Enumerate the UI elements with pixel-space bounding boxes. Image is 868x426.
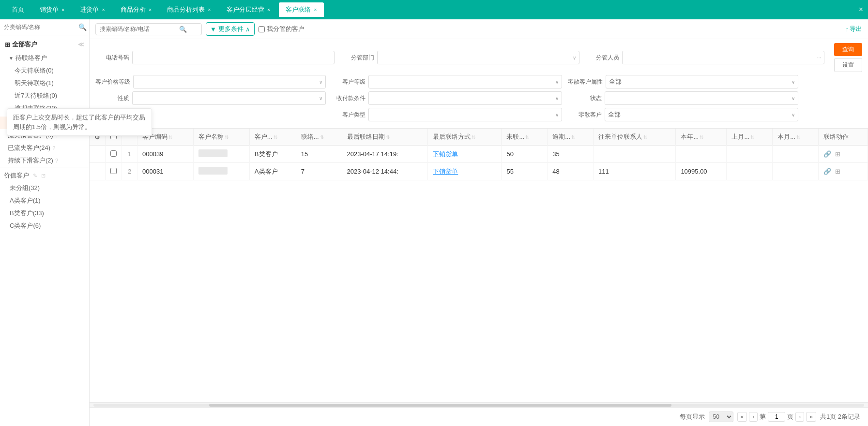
- sidebar-item-declining[interactable]: 持续下滑客户(2) ?: [0, 154, 89, 167]
- close-product-list-tab[interactable]: ×: [208, 7, 211, 13]
- sidebar-tree: ⊞ 全部客户 ≪ ▼ 待联络客户 今天待联络(0) 明天待联络(1) 近7天待联…: [0, 35, 89, 426]
- row1-link-icon[interactable]: 🔗: [823, 150, 831, 158]
- row2-method-link[interactable]: 下销货单: [433, 168, 458, 175]
- row2-grid-icon[interactable]: ⊞: [835, 168, 840, 175]
- sort-this-year-icon[interactable]: ⇅: [700, 134, 703, 140]
- page-unit: 页: [787, 412, 793, 421]
- sidebar-item-today[interactable]: 今天待联络(0): [5, 64, 89, 77]
- sort-contact-icon[interactable]: ⇅: [320, 134, 324, 140]
- value-customers-title[interactable]: 价值客户 ✎ ⊡: [0, 169, 89, 182]
- tab-purchase[interactable]: 进货单 ×: [73, 2, 111, 17]
- search-input[interactable]: [100, 26, 177, 32]
- filter-phone: 电话号码: [95, 51, 335, 64]
- pending-contact-title[interactable]: ▼ 待联络客户: [5, 52, 89, 64]
- sidebar-item-7days[interactable]: 近7天待联络(0): [5, 89, 89, 102]
- last-page-btn[interactable]: »: [806, 412, 816, 422]
- row2-check: [106, 163, 122, 180]
- settings-icon[interactable]: ⊡: [41, 173, 46, 179]
- filter-customer-grade: 客户等级 ∨: [332, 75, 562, 88]
- tab-product-analysis[interactable]: 商品分析 ×: [114, 2, 158, 17]
- per-page-select[interactable]: 50 100 200: [709, 411, 733, 422]
- collapse-icon[interactable]: ≪: [78, 41, 84, 48]
- phone-input[interactable]: [132, 51, 335, 64]
- search-icon[interactable]: 🔍: [179, 26, 187, 33]
- customer-type-select[interactable]: ∨: [368, 108, 562, 121]
- sort-last-month-icon[interactable]: ⇅: [750, 134, 754, 140]
- more-filter-btn[interactable]: ▼ 更多条件 ∧: [206, 22, 255, 36]
- row1-grid-icon[interactable]: ⊞: [835, 150, 840, 158]
- col-last-contact-date: 最后联络日期 ⇅: [342, 129, 428, 146]
- sidebar-item-class-c[interactable]: C类客户(6): [0, 220, 89, 232]
- row2-uncontacted: 55: [502, 163, 548, 180]
- retail-customer-select[interactable]: 全部 ∨: [605, 108, 798, 121]
- scroll-thumb[interactable]: [209, 404, 671, 407]
- close-sales-tab[interactable]: ×: [61, 7, 64, 13]
- tab-customer-contact[interactable]: 客户联络 ×: [279, 2, 323, 17]
- sort-historical-icon[interactable]: ⇅: [643, 134, 647, 140]
- sort-customer-name-icon[interactable]: ⇅: [225, 134, 228, 140]
- close-product-analysis-tab[interactable]: ×: [149, 7, 152, 13]
- edit-icon[interactable]: ✎: [33, 173, 37, 179]
- next-page-btn[interactable]: ›: [795, 412, 804, 422]
- tab-sales[interactable]: 销货单 ×: [33, 2, 71, 17]
- sidebar-item-class-a[interactable]: A类客户(1): [0, 194, 89, 207]
- sort-overdue-icon[interactable]: ⇅: [571, 134, 575, 140]
- sidebar-item-tomorrow[interactable]: 明天待联络(1): [5, 77, 89, 89]
- table-row: 2 000031 A类客户 7 2023-04-12 14:44: 下销货单 5…: [90, 163, 868, 180]
- filter-icon: ▼: [210, 26, 216, 33]
- sidebar-item-class-b[interactable]: B类客户(33): [0, 207, 89, 220]
- horizontal-scrollbar[interactable]: [90, 402, 868, 407]
- help-icon-declining[interactable]: ?: [55, 158, 58, 163]
- customer-grade-select[interactable]: ∨: [368, 75, 562, 88]
- export-btn[interactable]: ↑ 导出: [846, 25, 863, 33]
- sort-date-icon[interactable]: ⇅: [386, 134, 390, 140]
- tab-product-analysis-list[interactable]: 商品分析列表 ×: [160, 2, 217, 17]
- dept-select[interactable]: ∨: [377, 51, 579, 64]
- person-select[interactable]: ···: [622, 51, 824, 64]
- gender-select[interactable]: ∨: [132, 91, 326, 105]
- filter-row-4: ... 客户类型 ∨ 零散客户 全部 ∨: [95, 108, 862, 121]
- person-dots-icon: ···: [817, 55, 821, 60]
- row1-check: [106, 146, 122, 163]
- sidebar-search-input[interactable]: [4, 24, 76, 30]
- sidebar-item-lost[interactable]: 已流失客户(24) ?: [0, 142, 89, 154]
- query-button[interactable]: 查询: [834, 43, 862, 56]
- row2-link-icon[interactable]: 🔗: [823, 168, 831, 175]
- sidebar-search-icon[interactable]: 🔍: [78, 23, 87, 31]
- close-all-btn[interactable]: ×: [859, 5, 863, 14]
- row2-contact: 7: [296, 163, 342, 180]
- sidebar-item-unclassified[interactable]: 未分组(32): [0, 182, 89, 194]
- row1-checkbox[interactable]: [110, 150, 117, 157]
- row1-name: [193, 146, 249, 163]
- set-button[interactable]: 设置: [834, 58, 862, 72]
- tab-customer-tier[interactable]: 客户分层经营 ×: [220, 2, 277, 17]
- tab-home[interactable]: 首页: [5, 2, 31, 17]
- row2-checkbox[interactable]: [110, 168, 117, 174]
- close-customer-tier-tab[interactable]: ×: [267, 7, 270, 13]
- price-grade-select[interactable]: ∨: [133, 75, 326, 88]
- sort-customer-type-icon[interactable]: ⇅: [274, 134, 277, 140]
- sort-uncontacted-icon[interactable]: ⇅: [525, 134, 529, 140]
- help-icon-lost[interactable]: ?: [52, 145, 55, 151]
- customer-grade-arrow: ∨: [555, 79, 559, 85]
- sort-customer-code-icon[interactable]: ⇅: [168, 134, 172, 140]
- action-btns: 查询 设置: [834, 43, 862, 72]
- page-input[interactable]: [768, 412, 785, 422]
- sort-this-month-icon[interactable]: ⇅: [796, 134, 800, 140]
- row2-historical: 111: [593, 163, 675, 180]
- my-customer-checkbox[interactable]: [259, 26, 265, 32]
- retail-attr-select[interactable]: 全部 ∨: [606, 75, 798, 88]
- sort-method-icon[interactable]: ⇅: [472, 134, 475, 140]
- payment-select[interactable]: ∨: [368, 91, 562, 105]
- my-customer-checkbox-label[interactable]: 我分管的客户: [259, 25, 305, 33]
- row1-method-link[interactable]: 下销货单: [433, 150, 458, 158]
- customer-type-arrow: ∨: [555, 112, 559, 118]
- prev-page-btn[interactable]: ‹: [749, 412, 758, 422]
- first-page-btn[interactable]: «: [737, 412, 747, 422]
- close-customer-contact-tab[interactable]: ×: [314, 7, 317, 13]
- close-purchase-tab[interactable]: ×: [102, 7, 105, 13]
- sidebar-all-customers[interactable]: ⊞ 全部客户 ≪: [0, 37, 89, 52]
- filter-status: 状态 ∨: [568, 91, 798, 105]
- status-select[interactable]: ∨: [605, 91, 798, 105]
- grid-icon: ⊞: [5, 41, 10, 48]
